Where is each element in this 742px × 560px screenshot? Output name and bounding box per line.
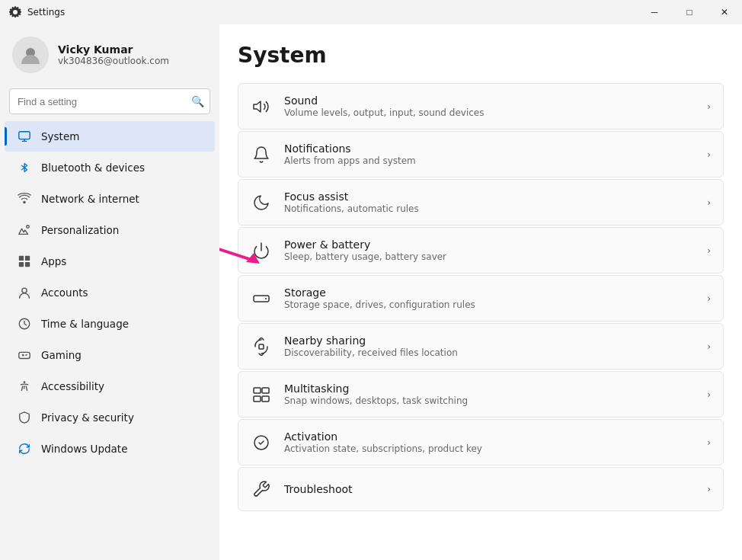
sidebar-item-gaming[interactable]: Gaming bbox=[5, 340, 215, 370]
multitasking-desc: Snap windows, desktops, task switching bbox=[284, 395, 695, 406]
sidebar-item-privacy[interactable]: Privacy & security bbox=[5, 402, 215, 433]
sidebar-label-update: Windows Update bbox=[41, 443, 127, 455]
sidebar-label-apps: Apps bbox=[41, 255, 66, 267]
sidebar-label-accounts: Accounts bbox=[41, 286, 88, 299]
settings-item-multitasking[interactable]: Multitasking Snap windows, desktops, tas… bbox=[238, 371, 724, 418]
sidebar-item-personalization[interactable]: Personalization bbox=[5, 215, 215, 245]
svg-rect-14 bbox=[259, 344, 264, 349]
settings-item-nearby[interactable]: Nearby sharing Discoverability, received… bbox=[238, 323, 724, 370]
svg-point-7 bbox=[22, 288, 27, 293]
user-name: Vicky Kumar bbox=[58, 43, 169, 56]
svg-rect-18 bbox=[262, 396, 269, 402]
sidebar-label-network: Network & internet bbox=[41, 193, 139, 205]
sidebar-label-bluetooth: Bluetooth & devices bbox=[41, 162, 145, 174]
system-icon bbox=[17, 129, 32, 144]
sidebar-item-accounts[interactable]: Accounts bbox=[5, 277, 215, 308]
settings-item-activation[interactable]: Activation Activation state, subscriptio… bbox=[238, 419, 724, 466]
sidebar-item-time[interactable]: Time & language bbox=[5, 309, 215, 339]
storage-text: Storage Storage space, drives, configura… bbox=[284, 286, 695, 310]
close-button[interactable]: ✕ bbox=[707, 0, 742, 24]
sidebar-label-gaming: Gaming bbox=[41, 349, 82, 361]
svg-rect-4 bbox=[25, 256, 30, 261]
user-info: Vicky Kumar vk304836@outlook.com bbox=[58, 43, 169, 66]
settings-icon bbox=[9, 6, 21, 18]
sidebar-label-personalization: Personalization bbox=[41, 224, 119, 236]
focus-icon bbox=[251, 192, 272, 213]
sound-chevron: › bbox=[707, 101, 711, 112]
focus-desc: Notifications, automatic rules bbox=[284, 203, 695, 214]
svg-rect-15 bbox=[254, 388, 261, 393]
svg-rect-3 bbox=[19, 256, 24, 261]
sound-desc: Volume levels, output, input, sound devi… bbox=[284, 107, 695, 118]
update-icon bbox=[17, 441, 32, 456]
activation-title: Activation bbox=[284, 430, 695, 443]
accounts-icon bbox=[17, 285, 32, 300]
activation-icon bbox=[251, 432, 272, 453]
sidebar-label-privacy: Privacy & security bbox=[41, 411, 134, 424]
sidebar: Vicky Kumar vk304836@outlook.com 🔍 Syste… bbox=[0, 24, 219, 560]
page-title: System bbox=[238, 43, 724, 68]
apps-icon bbox=[17, 254, 32, 269]
sidebar-label-time: Time & language bbox=[41, 318, 129, 330]
power-text: Power & battery Sleep, battery usage, ba… bbox=[284, 238, 695, 262]
sidebar-item-accessibility[interactable]: Accessibility bbox=[5, 371, 215, 402]
settings-item-troubleshoot[interactable]: Troubleshoot › bbox=[238, 467, 724, 511]
bluetooth-icon bbox=[17, 160, 32, 175]
svg-rect-5 bbox=[19, 262, 24, 267]
avatar-icon bbox=[18, 43, 43, 67]
svg-rect-17 bbox=[254, 396, 261, 402]
activation-desc: Activation state, subscriptions, product… bbox=[284, 443, 695, 454]
settings-item-power[interactable]: Power & battery Sleep, battery usage, ba… bbox=[238, 227, 724, 274]
sound-icon bbox=[251, 96, 272, 117]
user-profile[interactable]: Vicky Kumar vk304836@outlook.com bbox=[0, 24, 219, 85]
sidebar-item-apps[interactable]: Apps bbox=[5, 246, 215, 277]
minimize-button[interactable]: ─ bbox=[637, 0, 672, 24]
svg-point-10 bbox=[24, 381, 26, 383]
focus-title: Focus assist bbox=[284, 190, 695, 203]
nearby-icon bbox=[251, 336, 272, 357]
focus-text: Focus assist Notifications, automatic ru… bbox=[284, 190, 695, 214]
content-area: System Sound Volume levels, output, inpu… bbox=[219, 24, 742, 560]
settings-item-sound[interactable]: Sound Volume levels, output, input, soun… bbox=[238, 83, 724, 130]
sidebar-nav: System Bluetooth & devices Network & int… bbox=[0, 120, 219, 465]
svg-rect-16 bbox=[262, 388, 269, 393]
troubleshoot-icon bbox=[251, 478, 272, 500]
svg-rect-6 bbox=[25, 262, 30, 267]
titlebar-title: Settings bbox=[27, 7, 65, 18]
settings-item-notifications[interactable]: Notifications Alerts from apps and syste… bbox=[238, 131, 724, 178]
notifications-chevron: › bbox=[707, 149, 711, 160]
accessibility-icon bbox=[17, 379, 32, 394]
maximize-button[interactable]: □ bbox=[672, 0, 707, 24]
sound-title: Sound bbox=[284, 94, 695, 107]
troubleshoot-title: Troubleshoot bbox=[284, 483, 695, 495]
svg-rect-9 bbox=[19, 352, 30, 358]
nearby-desc: Discoverability, received files location bbox=[284, 347, 695, 358]
user-email: vk304836@outlook.com bbox=[58, 56, 169, 66]
sidebar-item-network[interactable]: Network & internet bbox=[5, 184, 215, 214]
sidebar-item-bluetooth[interactable]: Bluetooth & devices bbox=[5, 152, 215, 183]
power-title: Power & battery bbox=[284, 238, 695, 251]
titlebar: Settings ─ □ ✕ bbox=[0, 0, 742, 24]
storage-icon bbox=[251, 288, 272, 309]
settings-item-focus[interactable]: Focus assist Notifications, automatic ru… bbox=[238, 179, 724, 226]
storage-chevron: › bbox=[707, 293, 711, 304]
time-icon bbox=[17, 316, 32, 331]
search-input[interactable] bbox=[9, 88, 210, 114]
nearby-text: Nearby sharing Discoverability, received… bbox=[284, 334, 695, 358]
storage-desc: Storage space, drives, configuration rul… bbox=[284, 299, 695, 310]
nearby-chevron: › bbox=[707, 341, 711, 352]
notifications-title: Notifications bbox=[284, 142, 695, 155]
sidebar-label-accessibility: Accessibility bbox=[41, 380, 104, 392]
multitasking-icon bbox=[251, 384, 272, 405]
search-icon: 🔍 bbox=[191, 95, 204, 107]
notifications-icon bbox=[251, 144, 272, 165]
privacy-icon bbox=[17, 410, 32, 425]
sidebar-item-update[interactable]: Windows Update bbox=[5, 434, 215, 464]
settings-item-storage[interactable]: Storage Storage space, drives, configura… bbox=[238, 275, 724, 322]
avatar bbox=[12, 37, 49, 73]
titlebar-left: Settings bbox=[9, 6, 65, 18]
app-container: Vicky Kumar vk304836@outlook.com 🔍 Syste… bbox=[0, 24, 742, 560]
sidebar-item-system[interactable]: System bbox=[5, 121, 215, 152]
gaming-icon bbox=[17, 347, 32, 363]
settings-list: Sound Volume levels, output, input, soun… bbox=[238, 83, 724, 511]
